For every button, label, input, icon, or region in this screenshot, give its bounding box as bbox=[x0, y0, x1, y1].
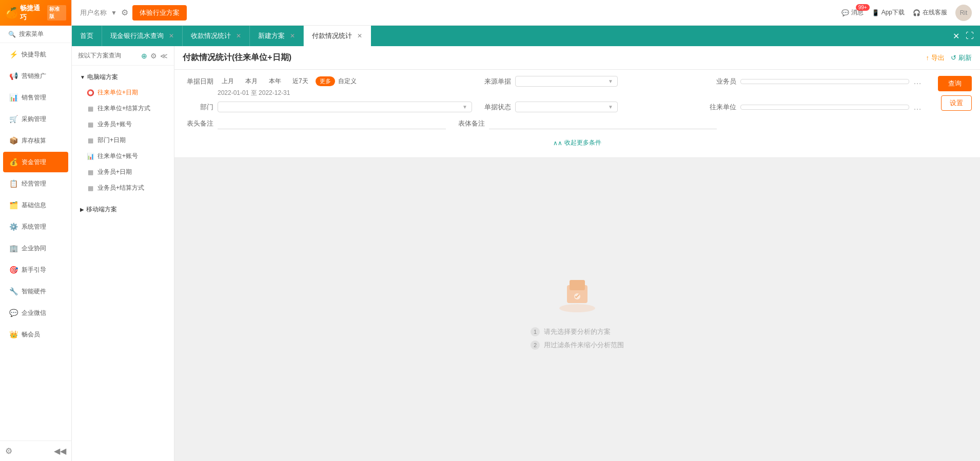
topbar-right: 💬 消息 99+ 📱 App下载 🎧 在线客服 Rit bbox=[841, 5, 972, 21]
staff-label: 业务员 bbox=[705, 77, 736, 86]
refresh-button[interactable]: ↺ 刷新 bbox=[951, 53, 972, 63]
mobile-arrow-icon: ▶ bbox=[80, 207, 84, 212]
date-opt-this-year[interactable]: 本年 bbox=[265, 76, 285, 87]
search-label: 搜索菜单 bbox=[19, 30, 44, 38]
sidebar-item-capital[interactable]: 💰 资金管理 bbox=[3, 152, 68, 172]
sidebar-item-icon-capital: 💰 bbox=[8, 157, 18, 167]
doc-status-arrow-icon: ▼ bbox=[608, 104, 613, 110]
settings-button[interactable]: 设置 bbox=[941, 95, 972, 111]
sidebar-item-label-system: 系统管理 bbox=[22, 223, 46, 231]
tab-label-payment-stats: 付款情况统计 bbox=[312, 31, 352, 41]
sidebar-item-wechat[interactable]: 💬 企业微信 bbox=[3, 303, 68, 323]
sidebar-items: ⚡ 快捷导航 📢 营销推广 📊 销售管理 🛒 采购管理 📦 库存核算 💰 资金管… bbox=[0, 43, 71, 346]
empty-illustration bbox=[552, 270, 603, 321]
partner-more-icon[interactable]: … bbox=[913, 103, 923, 112]
desktop-group-header[interactable]: ▼ 电脑端方案 bbox=[72, 70, 174, 85]
sidebar-item-quick-nav[interactable]: ⚡ 快捷导航 bbox=[3, 44, 68, 65]
scheme-item-unit-settle[interactable]: ▦ 往来单位+结算方式 bbox=[72, 101, 174, 116]
left-panel-actions: ⊕ ⚙ ≪ bbox=[141, 52, 168, 60]
dept-select[interactable]: ▼ bbox=[218, 102, 472, 112]
service-button[interactable]: 🎧 在线客服 bbox=[913, 8, 947, 17]
sidebar-item-guide[interactable]: 🎯 新手引导 bbox=[3, 259, 68, 280]
date-control: 上月 本月 本年 近7天 更多 自定义 bbox=[218, 76, 472, 87]
tip-num-2: 2 bbox=[531, 340, 540, 350]
sidebar-item-label-wechat: 企业微信 bbox=[22, 309, 46, 317]
body-note-input[interactable] bbox=[489, 117, 717, 129]
user-avatar[interactable]: Rit bbox=[955, 5, 972, 21]
message-button[interactable]: 💬 消息 99+ bbox=[841, 8, 864, 17]
source-select[interactable]: ▼ bbox=[515, 76, 618, 87]
add-scheme-icon[interactable]: ⊕ bbox=[141, 52, 147, 60]
tab-home[interactable]: 首页 bbox=[72, 26, 102, 46]
sidebar-item-enterprise[interactable]: 🏢 企业协同 bbox=[3, 238, 68, 258]
topbar-dropdown-icon[interactable]: ▼ bbox=[111, 9, 117, 16]
sidebar-item-marketing[interactable]: 📢 营销推广 bbox=[3, 66, 68, 86]
app-download-button[interactable]: 📱 App下载 bbox=[872, 8, 905, 17]
partner-select[interactable] bbox=[740, 105, 909, 110]
tab-receipt-stats[interactable]: 收款情况统计✕ bbox=[183, 26, 250, 46]
sidebar-item-inventory[interactable]: 📦 库存核算 bbox=[3, 130, 68, 151]
settings-icon[interactable]: ⚙ bbox=[5, 446, 12, 456]
filter-date: 单据日期 上月 本月 本年 近7天 更多 自定义 bbox=[183, 76, 472, 87]
scheme-item-dept-date[interactable]: ▦ 部门+日期 bbox=[72, 132, 174, 148]
collapse-filter-button[interactable]: ∧∧ 收起更多条件 bbox=[183, 134, 972, 151]
tab-close-receipt-stats[interactable]: ✕ bbox=[236, 32, 241, 39]
expand-icon[interactable]: ⛶ bbox=[966, 31, 974, 41]
staff-select[interactable] bbox=[740, 79, 909, 84]
sidebar-item-label-capital: 资金管理 bbox=[22, 158, 46, 167]
tab-cash-flow[interactable]: 现金银行流水查询✕ bbox=[102, 26, 183, 46]
sidebar-search[interactable]: 🔍 搜索菜单 bbox=[0, 26, 71, 43]
scheme-icon-staff-account: ▦ bbox=[86, 121, 94, 129]
doc-status-label: 单据状态 bbox=[480, 103, 511, 112]
sidebar: 🍊 畅捷通巧 标准版 🔍 搜索菜单 ⚡ 快捷导航 📢 营销推广 📊 销售管理 🛒… bbox=[0, 0, 72, 461]
scheme-item-staff-account[interactable]: ▦ 业务员+账号 bbox=[72, 116, 174, 132]
sidebar-item-basic-info[interactable]: 🗂️ 基础信息 bbox=[3, 195, 68, 215]
date-opt-this-month[interactable]: 本月 bbox=[241, 76, 262, 87]
date-opt-last-month[interactable]: 上月 bbox=[218, 76, 238, 87]
tab-payment-stats[interactable]: 付款情况统计✕ bbox=[304, 26, 371, 46]
date-opt-7days[interactable]: 近7天 bbox=[288, 76, 312, 87]
collapse-icon[interactable]: ◀◀ bbox=[54, 446, 66, 456]
date-more-button[interactable]: 更多 bbox=[316, 76, 335, 86]
tab-close-cash-flow[interactable]: ✕ bbox=[169, 32, 174, 39]
service-label: 在线客服 bbox=[923, 8, 947, 17]
query-button[interactable]: 查询 bbox=[938, 76, 972, 91]
header-note-input[interactable] bbox=[218, 117, 446, 129]
close-window-icon[interactable]: ✕ bbox=[953, 31, 959, 41]
filter-staff: 业务员 … bbox=[705, 77, 923, 86]
scheme-item-staff-settle[interactable]: ▦ 业务员+结算方式 bbox=[72, 180, 174, 196]
scheme-item-unit-date[interactable]: ⭕ 往来单位+日期 bbox=[72, 85, 174, 101]
doc-status-select[interactable]: ▼ bbox=[515, 102, 618, 112]
scheme-item-staff-date[interactable]: ▦ 业务员+日期 bbox=[72, 164, 174, 180]
search-icon: 🔍 bbox=[8, 31, 16, 38]
page-header: 付款情况统计(往来单位+日期) ↑ 导出 ↺ 刷新 bbox=[174, 46, 980, 70]
sidebar-item-system[interactable]: ⚙️ 系统管理 bbox=[3, 216, 68, 237]
sidebar-header: 🍊 畅捷通巧 标准版 bbox=[0, 0, 71, 26]
scheme-label-staff-account: 业务员+账号 bbox=[97, 120, 132, 129]
filter-partner: 往来单位 … bbox=[705, 103, 923, 112]
date-custom-label[interactable]: 自定义 bbox=[338, 77, 357, 86]
scheme-item-unit-account[interactable]: 📊 往来单位+账号 bbox=[72, 148, 174, 164]
page-title: 付款情况统计(往来单位+日期) bbox=[183, 52, 291, 63]
tab-close-new-scheme[interactable]: ✕ bbox=[290, 32, 295, 39]
sidebar-item-hardware[interactable]: 🔧 智能硬件 bbox=[3, 281, 68, 302]
mobile-group-header[interactable]: ▶ 移动端方案 bbox=[72, 202, 174, 217]
sidebar-item-icon-system: ⚙️ bbox=[8, 222, 18, 232]
collapse-panel-icon[interactable]: ≪ bbox=[160, 52, 168, 60]
staff-more-icon[interactable]: … bbox=[913, 77, 923, 86]
sidebar-item-member[interactable]: 👑 畅会员 bbox=[3, 324, 68, 345]
export-button[interactable]: ↑ 导出 bbox=[926, 53, 945, 63]
sidebar-item-sales[interactable]: 📊 销售管理 bbox=[3, 87, 68, 108]
sidebar-item-operation[interactable]: 📋 经营管理 bbox=[3, 173, 68, 194]
tab-new-scheme[interactable]: 新建方案✕ bbox=[250, 26, 304, 46]
sidebar-item-purchase[interactable]: 🛒 采购管理 bbox=[3, 109, 68, 129]
tab-close-payment-stats[interactable]: ✕ bbox=[357, 32, 362, 39]
filter-right-actions: 查询 设置 bbox=[931, 76, 972, 111]
topbar-gear-icon[interactable]: ⚙ bbox=[121, 8, 128, 17]
settings-scheme-icon[interactable]: ⚙ bbox=[150, 52, 157, 60]
service-icon: 🎧 bbox=[913, 9, 920, 16]
trial-button[interactable]: 体验行业方案 bbox=[132, 5, 187, 21]
content-area: 按以下方案查询 ⊕ ⚙ ≪ ▼ 电脑端方案 ⭕ 往来单位+日期 ▦ 往来单位+结… bbox=[72, 46, 980, 461]
message-icon: 💬 bbox=[841, 9, 849, 16]
scheme-icon-unit-account: 📊 bbox=[86, 152, 94, 161]
